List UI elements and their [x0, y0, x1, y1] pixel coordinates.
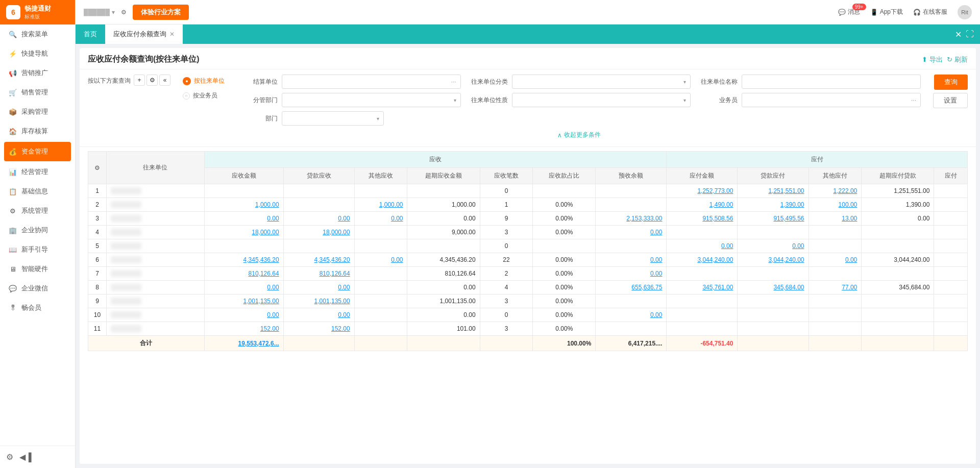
tab-arbalance[interactable]: 应收应付余额查询 ✕: [105, 24, 183, 44]
tab-maximize-button[interactable]: ⛶: [966, 30, 974, 39]
online-service-button[interactable]: 🎧 在线客服: [913, 8, 947, 16]
sidebar-item-operation[interactable]: 📊 经营管理: [0, 162, 75, 182]
sidebar-item-marketing[interactable]: 📢 营销推广: [0, 63, 75, 83]
scheme-settings-button[interactable]: ⚙: [146, 75, 158, 86]
logo-letter: 6: [11, 8, 15, 16]
scheme-add-button[interactable]: +: [134, 75, 145, 86]
tab-close-window-button[interactable]: ✕: [955, 30, 962, 39]
cell-partner: xxxxxx: [107, 322, 205, 336]
export-label: 导出: [929, 55, 943, 64]
staff-input[interactable]: ···: [742, 93, 921, 107]
app-download-button[interactable]: 📱 App下载: [870, 8, 903, 16]
sidebar-item-hardware[interactable]: 🖥 智能硬件: [0, 259, 75, 279]
export-button[interactable]: ⬆ 导出: [922, 55, 943, 64]
col-partner: 往来单位: [107, 152, 205, 184]
message-button[interactable]: 💬 消息 99+: [838, 8, 860, 16]
filter-field-category: 往来单位分类 ▾: [467, 75, 691, 89]
cell-partner: xxxxxx: [107, 267, 205, 281]
category-input[interactable]: ▾: [512, 75, 691, 89]
filter-field-settlement: 结算单位 ···: [237, 75, 461, 89]
cell-no: 7: [88, 267, 107, 281]
sidebar-item-purchase[interactable]: 📦 采购管理: [0, 102, 75, 121]
table-row: 2xxxxxx1,000.001,000.001,000.0010.00%1,4…: [88, 198, 968, 212]
sidebar-item-system[interactable]: ⚙ 系统管理: [0, 201, 75, 220]
collapse-button[interactable]: ∧ 收起更多条件: [557, 129, 601, 141]
table-row: 10xxxxxx0.000.000.0000.00%0.00: [88, 308, 968, 322]
col-ap-suffix: 应付: [934, 168, 968, 184]
trial-button[interactable]: 体验行业方案: [133, 5, 189, 20]
partner-name-label: 往来单位名称: [697, 78, 738, 86]
sidebar-item-search[interactable]: 🔍 搜索菜单: [0, 24, 75, 44]
partner-name-input[interactable]: [742, 75, 921, 89]
sidebar-item-corp[interactable]: 🏢 企业协同: [0, 220, 75, 240]
staff-dots-icon: ···: [911, 96, 916, 104]
app-icon: 📱: [870, 9, 878, 16]
division-input[interactable]: ▾: [282, 111, 384, 126]
col-ap-overdue: 超期应付贷款: [862, 168, 934, 184]
sidebar-item-label-purchase: 采购管理: [21, 107, 48, 116]
sidebar-item-guide[interactable]: 📖 新手引导: [0, 240, 75, 259]
export-icon: ⬆: [922, 56, 927, 63]
scheme-staff-label: 按业务员: [193, 91, 217, 100]
table-row: 11xxxxxx152.00152.00101.0030.00%: [88, 322, 968, 336]
inventory-icon: 🏠: [8, 128, 17, 135]
sidebar-item-sales[interactable]: 🛒 销售管理: [0, 83, 75, 102]
sidebar-settings-icon[interactable]: ⚙: [6, 452, 13, 462]
total-row: 合计 19,553,472,6... 100.00% 6,417,215....…: [88, 336, 968, 351]
user-avatar[interactable]: Rit: [958, 5, 972, 19]
cell-no: 4: [88, 226, 107, 239]
tab-home[interactable]: 首页: [76, 24, 105, 44]
logo-icon: 6: [6, 5, 20, 19]
cell-no: 10: [88, 308, 107, 322]
basic-icon: 📋: [8, 188, 17, 195]
system-icon: ⚙: [8, 207, 17, 215]
staff-label: 业务员: [697, 96, 738, 105]
total-ar-overdue: [407, 336, 480, 351]
col-settings[interactable]: ⚙: [88, 152, 107, 184]
scheme-partner-label: 按往来单位: [194, 77, 225, 85]
tab-close-icon[interactable]: ✕: [169, 31, 175, 38]
dept-input[interactable]: ▾: [282, 93, 461, 107]
button-area: 查询 设置: [929, 75, 968, 108]
scheme-label: 按以下方案查询: [88, 77, 131, 85]
refresh-label: 刷新: [954, 55, 968, 64]
sidebar-item-label-search: 搜索菜单: [21, 30, 48, 39]
cell-partner: xxxxxx: [107, 198, 205, 212]
sidebar-item-member[interactable]: 🎖 畅会员: [0, 298, 75, 317]
sidebar-item-wechat[interactable]: 💬 企业微信: [0, 279, 75, 298]
header-settings-icon[interactable]: ⚙: [121, 9, 127, 16]
total-ar-other: [354, 336, 407, 351]
scheme-item-partner[interactable]: ● 按往来单位: [179, 75, 229, 87]
filter-area: 按以下方案查询 + ⚙ « ● 按往来单位: [80, 69, 976, 147]
total-ar-loan: [283, 336, 354, 351]
sidebar-collapse-icon[interactable]: ◀▐: [19, 452, 31, 462]
col-ap-other: 其他应付: [808, 168, 862, 184]
scheme-collapse-button[interactable]: «: [159, 75, 170, 86]
filter-field-dept: 分管部门 ▾: [237, 93, 461, 107]
tab-home-label: 首页: [84, 30, 97, 39]
sidebar-item-label-corp: 企业协同: [21, 226, 48, 235]
user-name: Rit: [961, 9, 968, 15]
refresh-button[interactable]: ↻ 刷新: [947, 55, 968, 64]
nature-input[interactable]: ▾: [512, 93, 691, 107]
logo-name: 畅捷通财: [24, 4, 51, 13]
sidebar-item-finance[interactable]: 💰 资金管理: [4, 142, 71, 161]
sidebar-item-inventory[interactable]: 🏠 库存核算: [0, 121, 75, 141]
filter-field-nature: 往来单位性质 ▾: [467, 93, 691, 107]
filter-row-2: 分管部门 ▾ 往来单位性质 ▾: [237, 93, 921, 107]
total-ar-amount: 19,553,472,6...: [204, 336, 283, 351]
col-ap-amount: 应付金额: [667, 168, 738, 184]
quick-icon: ⚡: [8, 50, 17, 58]
set-button[interactable]: 设置: [933, 93, 968, 108]
sidebar-item-basic[interactable]: 📋 基础信息: [0, 182, 75, 201]
sidebar-item-label-system: 系统管理: [21, 206, 48, 215]
query-button[interactable]: 查询: [934, 75, 968, 90]
col-ar-count: 应收笔数: [480, 168, 533, 184]
cell-no: 9: [88, 294, 107, 308]
sidebar-item-quick[interactable]: ⚡ 快捷导航: [0, 44, 75, 63]
total-label: 合计: [88, 336, 205, 351]
scheme-item-staff[interactable]: ○ 按业务员: [179, 89, 229, 102]
settlement-input[interactable]: ···: [282, 75, 461, 89]
total-ap-other: [808, 336, 862, 351]
hardware-icon: 🖥: [8, 265, 17, 273]
